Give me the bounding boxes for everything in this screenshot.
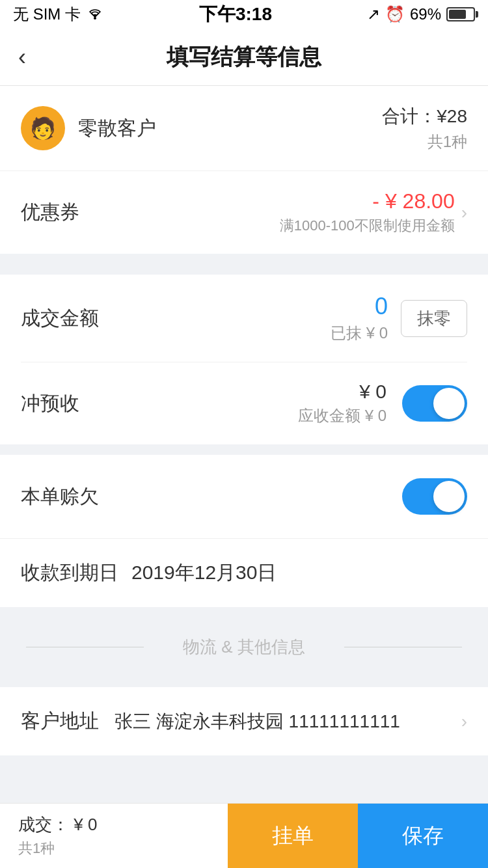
status-bar: 无 SIM 卡 下午3:18 ↗ ⏰ 69% [0, 0, 488, 29]
bottom-bar: 成交： ¥ 0 共1种 挂单 保存 [0, 803, 488, 868]
logistics-divider: 物流 & 其他信息 [0, 636, 488, 658]
prepay-toggle[interactable] [402, 385, 467, 422]
content: 🧑 零散客户 合计：¥28 共1种 优惠券 - ¥ 28.00 满1000-10… [0, 86, 488, 834]
prepay-amounts: ¥ 0 应收金额 ¥ 0 [298, 381, 386, 426]
debt-toggle[interactable] [402, 478, 467, 515]
logistics-text: 物流 & 其他信息 [183, 636, 305, 658]
bottom-info: 成交： ¥ 0 共1种 [0, 804, 228, 868]
bottom-transaction-value: ¥ 0 [74, 815, 97, 834]
amount-row: 成交金额 0 已抹 ¥ 0 抹零 [21, 275, 467, 362]
customer-row: 🧑 零散客户 合计：¥28 共1种 [0, 86, 488, 170]
customer-card: 🧑 零散客户 合计：¥28 共1种 优惠券 - ¥ 28.00 满1000-10… [0, 86, 488, 254]
svg-point-0 [94, 17, 96, 20]
section-divider-3 [0, 607, 488, 617]
bottom-transaction: 成交： ¥ 0 [18, 813, 210, 836]
prepay-label: 冲预收 [21, 390, 79, 417]
coupon-row[interactable]: 优惠券 - ¥ 28.00 满1000-100不限制使用金额 › [0, 170, 488, 254]
customer-total: 合计：¥28 共1种 [382, 104, 467, 152]
amount-value[interactable]: 0 [331, 293, 388, 320]
bottom-transaction-label: 成交： [18, 815, 69, 834]
toggle-knob [433, 388, 465, 419]
battery-icon [446, 7, 475, 21]
alarm-icon: ⏰ [385, 5, 405, 23]
section-divider-4 [0, 677, 488, 687]
prepay-right: ¥ 0 应收金额 ¥ 0 [298, 381, 467, 426]
divider-line-left [26, 647, 144, 647]
address-section[interactable]: 客户地址 张三 海淀永丰科技园 11111111111 › [0, 687, 488, 755]
bottom-count: 共1种 [18, 839, 210, 858]
customer-info: 🧑 零散客户 [21, 106, 156, 150]
total-count: 共1种 [382, 131, 467, 152]
battery-percent: 69% [410, 5, 441, 23]
carrier-text: 无 SIM 卡 [13, 4, 81, 25]
debt-section: 本单赊欠 [0, 455, 488, 538]
coupon-right: - ¥ 28.00 满1000-100不限制使用金额 › [280, 189, 467, 236]
back-button[interactable]: ‹ [18, 44, 26, 71]
status-right: ↗ ⏰ 69% [367, 5, 475, 23]
coupon-discount: - ¥ 28.00 [280, 189, 455, 213]
total-amount: 合计：¥28 [382, 104, 467, 129]
avatar: 🧑 [21, 106, 65, 150]
address-chevron-icon: › [461, 711, 467, 732]
section-divider-1 [0, 264, 488, 275]
coupon-info: - ¥ 28.00 满1000-100不限制使用金额 [280, 189, 455, 236]
location-icon: ↗ [367, 5, 380, 23]
amount-input-area: 0 已抹 ¥ 0 抹零 [331, 293, 467, 344]
due-date-value[interactable]: 2019年12月30日 [131, 560, 277, 586]
customer-name: 零散客户 [78, 115, 156, 142]
address-value: 张三 海淀永丰科技园 11111111111 [115, 709, 454, 734]
debt-toggle-knob [433, 481, 465, 512]
round-off-button[interactable]: 抹零 [401, 300, 467, 337]
address-label: 客户地址 [21, 708, 99, 735]
nav-bar: ‹ 填写结算等信息 [0, 29, 488, 86]
amount-sub: 已抹 ¥ 0 [331, 323, 388, 344]
save-button[interactable]: 保存 [358, 804, 488, 868]
wifi-icon [86, 5, 104, 23]
divider-line-right [344, 647, 462, 647]
amount-label: 成交金额 [21, 305, 99, 332]
hang-button[interactable]: 挂单 [228, 804, 358, 868]
page-title: 填写结算等信息 [167, 42, 321, 72]
coupon-subtext: 满1000-100不限制使用金额 [280, 216, 455, 236]
status-time: 下午3:18 [199, 2, 272, 27]
coupon-label: 优惠券 [21, 199, 79, 226]
amount-section: 成交金额 0 已抹 ¥ 0 抹零 [0, 275, 488, 362]
avatar-icon: 🧑 [30, 116, 56, 141]
amount-right: 0 已抹 ¥ 0 [331, 293, 388, 344]
section-divider-2 [0, 444, 488, 455]
prepay-row: 冲预收 ¥ 0 应收金额 ¥ 0 [0, 362, 488, 444]
prepay-subtext: 应收金额 ¥ 0 [298, 405, 386, 426]
prepay-amount: ¥ 0 [298, 381, 386, 403]
logistics-section: 物流 & 其他信息 [0, 617, 488, 677]
due-date-label: 收款到期日 [21, 560, 118, 586]
status-left: 无 SIM 卡 [13, 4, 104, 25]
due-date-section: 收款到期日 2019年12月30日 [0, 538, 488, 607]
debt-label: 本单赊欠 [21, 483, 99, 510]
chevron-right-icon: › [461, 202, 467, 223]
